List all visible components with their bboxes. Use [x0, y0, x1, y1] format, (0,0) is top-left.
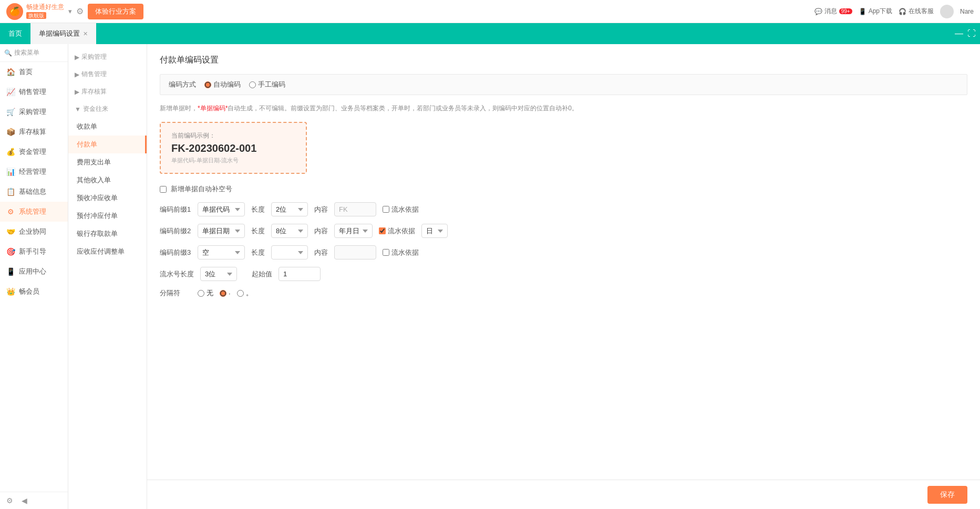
sidebar-item-purchase[interactable]: 🛒 采购管理 [0, 102, 68, 122]
finance-icon: 💰 [6, 148, 15, 156]
purchase-icon: 🛒 [6, 108, 15, 116]
service-icon: 🎧 [899, 8, 906, 15]
prefix2-serial-label[interactable]: 流水依据 [379, 226, 415, 236]
separator-other-label[interactable]: 。 [237, 288, 253, 298]
separator-none-label[interactable]: 无 [198, 288, 213, 298]
prefix3-content-label: 内容 [314, 248, 328, 257]
nav-settings-icon[interactable]: ⚙ [76, 6, 84, 16]
sidebar-item-guide[interactable]: 🎯 新手引导 [0, 242, 68, 262]
operations-icon: 📊 [6, 168, 15, 176]
serial-length-select[interactable]: 3位 4位 5位 6位 [200, 267, 237, 281]
sidebar-item-enterprise[interactable]: 🤝 企业协同 [0, 222, 68, 242]
prefix1-length-select[interactable]: 2位 4位 6位 8位 [271, 202, 308, 216]
auto-fill-checkbox[interactable] [160, 186, 167, 193]
manual-radio-label[interactable]: 手工编码 [249, 80, 285, 89]
sidebar-item-home[interactable]: 🏠 首页 [0, 62, 68, 82]
system-icon: ⚙ [6, 207, 15, 216]
code-preview-desc: 单据代码-单据日期-流水号 [171, 157, 295, 164]
chevron-right-icon2: ▶ [75, 71, 79, 78]
prefix1-serial-checkbox[interactable] [383, 206, 389, 213]
sub-item-bank-deposit[interactable]: 银行存取款单 [68, 225, 147, 243]
experience-button[interactable]: 体验行业方案 [88, 4, 143, 19]
inventory-icon: 📦 [6, 128, 15, 136]
prefix2-length-select[interactable]: 8位 4位 6位 [271, 224, 308, 238]
avatar[interactable] [940, 5, 954, 18]
start-value-input[interactable] [278, 267, 321, 281]
sidebar-item-app[interactable]: 📱 应用中心 [0, 262, 68, 282]
sidebar-item-base[interactable]: 📋 基础信息 [0, 182, 68, 202]
manual-radio[interactable] [249, 81, 256, 88]
prefix2-content-select[interactable]: 年月日 年月 年 [334, 224, 373, 238]
prefix2-select[interactable]: 单据日期 单据代码 空 [198, 224, 245, 238]
sub-item-prepay-payable[interactable]: 预付冲应付单 [68, 207, 147, 225]
nav-dropdown-icon[interactable]: ▾ [68, 7, 72, 15]
start-value-label: 起始值 [252, 269, 272, 279]
sidebar-item-operations[interactable]: 📊 经营管理 [0, 162, 68, 182]
purchase-mgmt-group[interactable]: ▶ 采购管理 [68, 48, 147, 66]
guide-icon: 🎯 [6, 247, 15, 256]
sidebar-item-finance[interactable]: 💰 资金管理 [0, 142, 68, 162]
sub-sidebar: ▶ 采购管理 ▶ 销售管理 ▶ 库存核算 ▼ 资金往来 收款单 付款单 费用支出… [68, 44, 147, 509]
collapse-icon[interactable]: ◀ [22, 496, 27, 505]
nav-controls: ▾ ⚙ [68, 6, 84, 16]
sidebar-item-system[interactable]: ⚙ 系统管理 [0, 202, 68, 222]
sub-item-payment[interactable]: 付款单 [68, 136, 147, 153]
prefix1-content-input[interactable] [334, 202, 376, 216]
prefix2-period-select[interactable]: 日 月 年 [421, 224, 448, 238]
sub-item-other-income[interactable]: 其他收入单 [68, 171, 147, 189]
sidebar: 🔍 搜索菜单 🏠 首页 📈 销售管理 🛒 采购管理 📦 库存核算 💰 [0, 44, 68, 509]
prefix3-select[interactable]: 空 单据代码 单据日期 [198, 245, 245, 259]
tab-close-icon[interactable]: ✕ [83, 30, 88, 37]
save-button[interactable]: 保存 [927, 486, 967, 504]
prefix3-content-input[interactable] [334, 245, 376, 259]
prefix2-serial-checkbox[interactable] [379, 227, 386, 234]
logo-text: 畅捷通好生意 旗舰版 [26, 3, 64, 19]
separator-other-radio[interactable] [237, 290, 244, 297]
home-icon: 🏠 [6, 68, 15, 76]
settings-icon[interactable]: ⚙ [6, 496, 13, 505]
sidebar-search[interactable]: 🔍 搜索菜单 [0, 44, 68, 62]
prefix1-select[interactable]: 单据代码 单据日期 空 [198, 202, 245, 216]
tab-home[interactable]: 首页 [0, 23, 30, 44]
sidebar-item-sales[interactable]: 📈 销售管理 [0, 82, 68, 102]
online-service-button[interactable]: 🎧 在线客服 [899, 7, 934, 16]
sidebar-item-inventory[interactable]: 📦 库存核算 [0, 122, 68, 142]
prefix3-length-select[interactable] [271, 245, 308, 259]
sales-icon: 📈 [6, 88, 15, 96]
minimize-icon[interactable]: — [955, 29, 963, 38]
prefix1-length-label: 长度 [251, 205, 265, 214]
capital-flow-group[interactable]: ▼ 资金往来 [68, 100, 147, 118]
prefix1-label: 编码前缀1 [160, 205, 191, 214]
app-icon: 📱 [859, 8, 866, 15]
sales-mgmt-group[interactable]: ▶ 销售管理 [68, 66, 147, 83]
top-bar: 🍊 畅捷通好生意 旗舰版 ▾ ⚙ 体验行业方案 💬 消息 99+ 📱 App下载… [0, 0, 980, 23]
prefix3-serial-checkbox[interactable] [383, 249, 389, 256]
sub-item-prepay-receivable[interactable]: 预收冲应收单 [68, 189, 147, 207]
messages-button[interactable]: 💬 消息 99+ [814, 7, 852, 16]
serial-settings-tab-label: 单据编码设置 [39, 29, 80, 38]
sub-item-receipt[interactable]: 收款单 [68, 118, 147, 136]
separator-dot-radio[interactable] [220, 290, 226, 297]
info-text: 新增单据时，*单据编码*自动生成，不可编辑。前缀设置为部门、业务员等档案类，开单… [160, 103, 967, 113]
app-center-icon: 📱 [6, 267, 15, 276]
footer-bar: 保存 [147, 480, 980, 509]
vip-icon: 👑 [6, 287, 15, 296]
auto-radio[interactable] [204, 81, 211, 88]
code-preview-label: 当前编码示例： [171, 131, 295, 140]
separator-none-radio[interactable] [198, 290, 204, 297]
prefix3-serial-label[interactable]: 流水依据 [383, 248, 419, 257]
encoding-method-row: 编码方式 自动编码 手工编码 [160, 74, 967, 95]
sub-item-adj[interactable]: 应收应付调整单 [68, 243, 147, 261]
auto-radio-label[interactable]: 自动编码 [204, 80, 241, 89]
sidebar-item-vip[interactable]: 👑 畅会员 [0, 282, 68, 302]
expand-icon[interactable]: ⛶ [967, 29, 976, 38]
prefix1-serial-label[interactable]: 流水依据 [383, 205, 419, 214]
app-download-button[interactable]: 📱 App下载 [859, 7, 892, 16]
sub-item-expense[interactable]: 费用支出单 [68, 153, 147, 171]
tab-serial-settings[interactable]: 单据编码设置 ✕ [30, 23, 96, 44]
serial-length-label: 流水号长度 [160, 269, 194, 279]
inventory-calc-group[interactable]: ▶ 库存核算 [68, 83, 147, 100]
separator-dot-label[interactable]: · [220, 289, 231, 297]
prefix2-content-label: 内容 [314, 226, 328, 236]
prefix2-label: 编码前缀2 [160, 226, 191, 236]
